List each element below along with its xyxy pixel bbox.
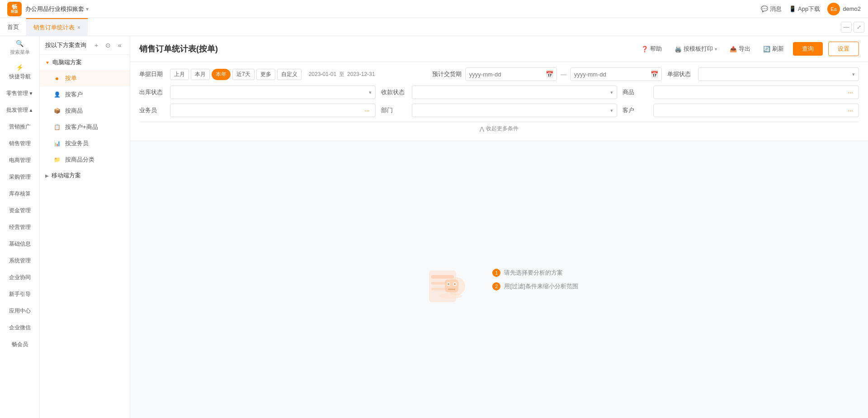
product-label: 商品 — [623, 88, 650, 96]
cal-to-icon[interactable]: 📅 — [651, 71, 658, 78]
scheme-group-pc-header[interactable]: ▼ 电脑端方案 — [40, 55, 130, 70]
collapse-up-icon: ⋀ — [480, 126, 484, 132]
date-btn-more[interactable]: 更多 — [256, 69, 275, 80]
svg-point-9 — [448, 283, 449, 285]
bill-date-section: 单据日期 上月 本月 本年 近7天 更多 自定义 2023-01-01 至 — [139, 69, 427, 80]
empty-hint-1: 1 请先选择要分析的方案 — [492, 269, 578, 277]
ship-status-select[interactable]: ▾ — [170, 86, 376, 99]
sidebar-item-marketing[interactable]: 营销推广 — [0, 119, 39, 135]
by-order-icon: ● — [52, 74, 61, 83]
date-from-input[interactable] — [465, 67, 557, 81]
svg-rect-11 — [448, 289, 455, 290]
pay-status-select[interactable]: ▾ — [412, 86, 618, 99]
tab-sales-order[interactable]: 销售订单统计表 × — [26, 18, 88, 36]
svg-rect-6 — [445, 280, 458, 292]
hint-num-2: 2 — [492, 282, 500, 290]
pc-group-arrow-icon: ▼ — [45, 60, 50, 65]
refresh-btn[interactable]: 🔄 刷新 — [760, 43, 788, 55]
sidebar-item-purchase[interactable]: 采购管理 — [0, 169, 39, 185]
salesman-more-icon[interactable]: ··· — [363, 107, 372, 114]
bill-status-arrow-icon: ▾ — [852, 71, 855, 77]
cal-from-icon[interactable]: 📅 — [546, 71, 553, 78]
scheme-group-pc: ▼ 电脑端方案 ● 按单 👤 按客户 📦 按商品 — [40, 55, 130, 168]
svg-point-10 — [454, 283, 456, 285]
svg-point-5 — [439, 293, 462, 299]
by-product-icon: 📦 — [52, 106, 61, 115]
app-download-btn[interactable]: 📱 App下载 — [789, 5, 820, 13]
bill-status-label: 单据状态 — [667, 70, 694, 78]
wholesale-arrow-icon: ▲ — [29, 108, 33, 113]
collapse-panel-btn[interactable]: « — [115, 41, 124, 50]
empty-illustration — [420, 252, 474, 307]
company-selector[interactable]: 办公用品行业模拟账套 ▾ — [25, 5, 89, 13]
sidebar-item-basic[interactable]: 基础信息 — [0, 236, 39, 252]
date-range-display: 2023-01-01 至 2023-12-31 — [309, 71, 375, 78]
scheme-item-by-order[interactable]: ● 按单 — [40, 70, 130, 86]
settings-btn[interactable]: 设置 — [828, 42, 859, 56]
scheme-settings-btn[interactable]: ⊙ — [104, 41, 113, 50]
empty-hints: 1 请先选择要分析的方案 2 用[过滤]条件来缩小分析范围 — [492, 269, 578, 290]
sidebar-item-ecommerce[interactable]: 电商管理 — [0, 152, 39, 169]
scheme-item-by-customer[interactable]: 👤 按客户 — [40, 86, 130, 103]
sidebar-item-sales[interactable]: 销售管理 — [0, 135, 39, 152]
customer-select[interactable]: ··· — [653, 104, 859, 117]
sidebar-item-inventory[interactable]: 库存核算 — [0, 185, 39, 202]
add-scheme-btn[interactable]: + — [92, 41, 101, 50]
customer-section: 客户 ··· — [623, 104, 859, 117]
sidebar-item-corpwx[interactable]: 企业微信 — [0, 319, 39, 336]
sidebar-item-system[interactable]: 系统管理 — [0, 252, 39, 269]
dept-label: 部门 — [381, 106, 408, 114]
product-more-icon[interactable]: ··· — [846, 89, 855, 96]
scheme-item-by-salesman[interactable]: 📊 按业务员 — [40, 135, 130, 152]
message-btn[interactable]: 💬 消息 — [761, 5, 782, 13]
sidebar-item-operations[interactable]: 经营管理 — [0, 219, 39, 236]
scheme-group-mobile-header[interactable]: ▶ 移动端方案 — [40, 168, 130, 183]
mobile-group-arrow-icon: ▶ — [45, 173, 49, 178]
bill-status-select[interactable]: ▾ — [698, 67, 859, 81]
date-btn-7days[interactable]: 近7天 — [232, 69, 255, 80]
search-btn[interactable]: 查询 — [793, 42, 823, 56]
date-btn-this-month[interactable]: 本月 — [191, 69, 210, 80]
export-btn[interactable]: 📤 导出 — [726, 43, 754, 55]
collapse-filter-btn[interactable]: ⋀ 收起更多条件 — [139, 122, 859, 135]
sidebar-item-retail[interactable]: 零售管理 ▼ — [0, 85, 39, 102]
bill-status-section: 单据状态 ▾ — [667, 67, 859, 81]
avatar: Ea — [827, 3, 840, 15]
tab-minimize-btn[interactable]: — — [841, 22, 852, 33]
export-icon: 📤 — [730, 46, 737, 52]
by-salesman-icon: 📊 — [52, 139, 61, 148]
print-btn[interactable]: 🖨️ 按模板打印 ▾ — [671, 43, 721, 55]
content-area: 按以下方案查询 + ⊙ « ▼ 电脑端方案 ● 按单 — [40, 36, 868, 418]
date-btn-custom[interactable]: 自定义 — [277, 69, 302, 80]
page-header: 销售订单统计表(按单) ❓ 帮助 🖨️ 按模板打印 ▾ 📤 导出 — [130, 36, 868, 62]
sidebar-search[interactable]: 🔍 搜索菜单 — [0, 36, 39, 59]
sidebar-item-member[interactable]: 畅会员 — [0, 336, 39, 353]
sidebar-quicknav[interactable]: ⚡ 快捷导航 — [0, 59, 39, 85]
scheme-item-by-cust-prod[interactable]: 📋 按客户+商品 — [40, 119, 130, 135]
tab-maximize-btn[interactable]: ⤢ — [854, 22, 864, 33]
date-to-input-wrap: 📅 — [570, 67, 662, 81]
tab-close-btn[interactable]: × — [77, 24, 80, 31]
scheme-item-by-category[interactable]: 📁 按商品分类 — [40, 152, 130, 168]
scheme-group-mobile: ▶ 移动端方案 — [40, 168, 130, 183]
customer-more-icon[interactable]: ··· — [846, 107, 855, 114]
salesman-select[interactable]: ··· — [170, 104, 376, 117]
sidebar: 🔍 搜索菜单 ⚡ 快捷导航 零售管理 ▼ 批发管理 ▲ 营销推广 销售管理 电商… — [0, 36, 40, 418]
date-btn-this-year[interactable]: 本年 — [212, 69, 231, 80]
main-layout: 🔍 搜索菜单 ⚡ 快捷导航 零售管理 ▼ 批发管理 ▲ 营销推广 销售管理 电商… — [0, 36, 868, 418]
sidebar-item-finance[interactable]: 资金管理 — [0, 202, 39, 219]
date-btn-last-month[interactable]: 上月 — [170, 69, 189, 80]
dept-select[interactable]: ▾ — [412, 104, 618, 117]
date-to-input[interactable] — [570, 67, 662, 81]
tab-home[interactable]: 首页 — [0, 18, 26, 36]
sidebar-item-enterprise[interactable]: 企业协同 — [0, 269, 39, 286]
scheme-item-by-product[interactable]: 📦 按商品 — [40, 103, 130, 119]
help-btn[interactable]: ❓ 帮助 — [637, 43, 665, 55]
product-select[interactable]: ··· — [653, 86, 859, 99]
tabbar: 首页 销售订单统计表 × — ⤢ — [0, 18, 868, 36]
sidebar-item-guide[interactable]: 新手引导 — [0, 286, 39, 303]
empty-hint-2: 2 用[过滤]条件来缩小分析范围 — [492, 282, 578, 290]
user-menu[interactable]: Ea demo2 — [827, 3, 861, 15]
sidebar-item-wholesale[interactable]: 批发管理 ▲ — [0, 102, 39, 119]
sidebar-item-appcenter[interactable]: 应用中心 — [0, 303, 39, 319]
